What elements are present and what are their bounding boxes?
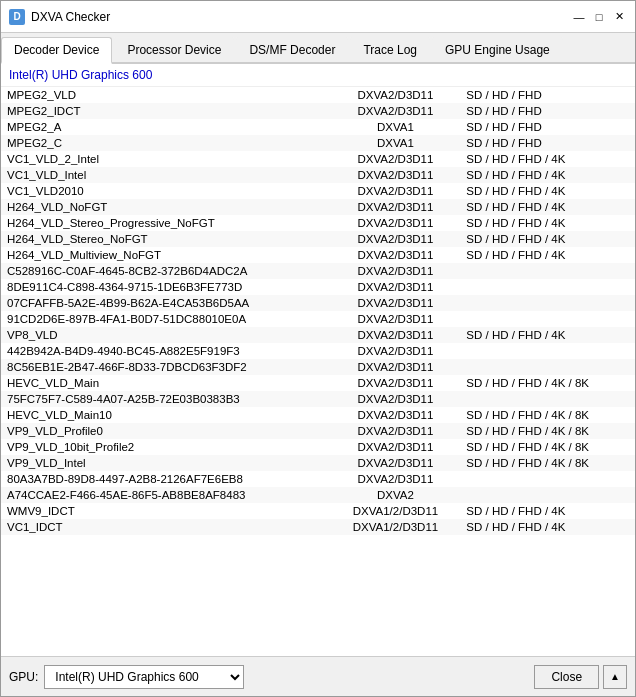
table-row: VP9_VLD_IntelDXVA2/D3D11SD / HD / FHD / … [1,455,635,471]
table-row: H264_VLD_Multiview_NoFGTDXVA2/D3D11SD / … [1,247,635,263]
codec-name: H264_VLD_Multiview_NoFGT [1,247,331,263]
table-row: MPEG2_VLDDXVA2/D3D11SD / HD / FHD [1,87,635,103]
codec-name: A74CCAE2-F466-45AE-86F5-AB8BE8AF8483 [1,487,331,503]
api-version: DXVA2/D3D11 [331,279,461,295]
title-bar: D DXVA Checker — □ ✕ [1,1,635,33]
api-version: DXVA2/D3D11 [331,183,461,199]
table-row: WMV9_IDCTDXVA1/2/D3D11SD / HD / FHD / 4K [1,503,635,519]
codec-name: 8C56EB1E-2B47-466F-8D33-7DBCD63F3DF2 [1,359,331,375]
api-version: DXVA2/D3D11 [331,375,461,391]
resolution [460,343,635,359]
close-btn-area: Close ▲ [534,665,627,689]
api-version: DXVA2/D3D11 [331,103,461,119]
tab-bar: Decoder Device Processor Device DS/MF De… [1,33,635,64]
maximize-button[interactable]: □ [591,9,607,25]
table-row: 8C56EB1E-2B47-466F-8D33-7DBCD63F3DF2DXVA… [1,359,635,375]
tab-gpu-engine-usage[interactable]: GPU Engine Usage [432,37,563,62]
api-version: DXVA2/D3D11 [331,359,461,375]
api-version: DXVA2/D3D11 [331,455,461,471]
resolution [460,295,635,311]
window-title: DXVA Checker [31,10,110,24]
table-row: 80A3A7BD-89D8-4497-A2B8-2126AF7E6EB8DXVA… [1,471,635,487]
table-row: HEVC_VLD_MainDXVA2/D3D11SD / HD / FHD / … [1,375,635,391]
api-version: DXVA2/D3D11 [331,295,461,311]
codec-name: MPEG2_VLD [1,87,331,103]
table-row: VP8_VLDDXVA2/D3D11SD / HD / FHD / 4K [1,327,635,343]
codec-name: VC1_VLD_Intel [1,167,331,183]
table-row: VC1_VLD2010DXVA2/D3D11SD / HD / FHD / 4K [1,183,635,199]
tab-processor-device[interactable]: Processor Device [114,37,234,62]
bottom-bar: GPU: Intel(R) UHD Graphics 600 Close ▲ [1,656,635,696]
api-version: DXVA2/D3D11 [331,327,461,343]
codec-name: 07CFAFFB-5A2E-4B99-B62A-E4CA53B6D5AA [1,295,331,311]
gpu-label: GPU: [9,670,38,684]
table-row: 442B942A-B4D9-4940-BC45-A882E5F919F3DXVA… [1,343,635,359]
resolution: SD / HD / FHD / 4K [460,327,635,343]
arrow-up-button[interactable]: ▲ [603,665,627,689]
codec-name: C528916C-C0AF-4645-8CB2-372B6D4ADC2A [1,263,331,279]
api-version: DXVA1/2/D3D11 [331,503,461,519]
resolution [460,359,635,375]
codec-name: HEVC_VLD_Main [1,375,331,391]
api-version: DXVA2/D3D11 [331,167,461,183]
table-row: VC1_VLD_2_IntelDXVA2/D3D11SD / HD / FHD … [1,151,635,167]
api-version: DXVA2/D3D11 [331,199,461,215]
codec-name: 80A3A7BD-89D8-4497-A2B8-2126AF7E6EB8 [1,471,331,487]
api-version: DXVA1/2/D3D11 [331,519,461,535]
resolution: SD / HD / FHD / 4K [460,199,635,215]
table-row: VP9_VLD_10bit_Profile2DXVA2/D3D11SD / HD… [1,439,635,455]
api-version: DXVA2/D3D11 [331,151,461,167]
content-area: Intel(R) UHD Graphics 600 MPEG2_VLDDXVA2… [1,64,635,656]
resolution [460,487,635,503]
resolution: SD / HD / FHD / 4K [460,519,635,535]
tab-dsmf-decoder[interactable]: DS/MF Decoder [236,37,348,62]
api-version: DXVA2/D3D11 [331,471,461,487]
close-button[interactable]: Close [534,665,599,689]
resolution [460,263,635,279]
gpu-dropdown[interactable]: Intel(R) UHD Graphics 600 [44,665,244,689]
resolution: SD / HD / FHD / 4K [460,247,635,263]
codec-name: VP8_VLD [1,327,331,343]
table-row: C528916C-C0AF-4645-8CB2-372B6D4ADC2ADXVA… [1,263,635,279]
resolution: SD / HD / FHD / 4K / 8K [460,407,635,423]
resolution [460,311,635,327]
resolution [460,279,635,295]
minimize-button[interactable]: — [571,9,587,25]
resolution [460,391,635,407]
resolution: SD / HD / FHD [460,87,635,103]
codec-name: VC1_IDCT [1,519,331,535]
codec-name: 8DE911C4-C898-4364-9715-1DE6B3FE773D [1,279,331,295]
resolution: SD / HD / FHD / 4K [460,231,635,247]
main-window: D DXVA Checker — □ ✕ Decoder Device Proc… [0,0,636,697]
table-row: MPEG2_ADXVA1SD / HD / FHD [1,119,635,135]
table-container[interactable]: MPEG2_VLDDXVA2/D3D11SD / HD / FHDMPEG2_I… [1,87,635,656]
codec-name: 442B942A-B4D9-4940-BC45-A882E5F919F3 [1,343,331,359]
codec-name: VC1_VLD2010 [1,183,331,199]
api-version: DXVA2/D3D11 [331,423,461,439]
codec-name: MPEG2_A [1,119,331,135]
tab-trace-log[interactable]: Trace Log [350,37,430,62]
codec-name: VP9_VLD_Profile0 [1,423,331,439]
tab-decoder-device[interactable]: Decoder Device [1,37,112,64]
resolution: SD / HD / FHD [460,103,635,119]
api-version: DXVA2 [331,487,461,503]
gpu-select-area: GPU: Intel(R) UHD Graphics 600 [9,665,244,689]
api-version: DXVA2/D3D11 [331,231,461,247]
api-version: DXVA2/D3D11 [331,439,461,455]
codec-name: HEVC_VLD_Main10 [1,407,331,423]
table-row: HEVC_VLD_Main10DXVA2/D3D11SD / HD / FHD … [1,407,635,423]
table-row: 8DE911C4-C898-4364-9715-1DE6B3FE773DDXVA… [1,279,635,295]
table-row: H264_VLD_Stereo_Progressive_NoFGTDXVA2/D… [1,215,635,231]
api-version: DXVA2/D3D11 [331,263,461,279]
api-version: DXVA2/D3D11 [331,87,461,103]
close-window-button[interactable]: ✕ [611,9,627,25]
api-version: DXVA2/D3D11 [331,311,461,327]
table-row: MPEG2_IDCTDXVA2/D3D11SD / HD / FHD [1,103,635,119]
resolution: SD / HD / FHD [460,119,635,135]
resolution: SD / HD / FHD / 4K [460,151,635,167]
table-row: 91CD2D6E-897B-4FA1-B0D7-51DC88010E0ADXVA… [1,311,635,327]
table-row: A74CCAE2-F466-45AE-86F5-AB8BE8AF8483DXVA… [1,487,635,503]
table-row: 07CFAFFB-5A2E-4B99-B62A-E4CA53B6D5AADXVA… [1,295,635,311]
table-row: H264_VLD_NoFGTDXVA2/D3D11SD / HD / FHD /… [1,199,635,215]
codec-name: H264_VLD_Stereo_Progressive_NoFGT [1,215,331,231]
